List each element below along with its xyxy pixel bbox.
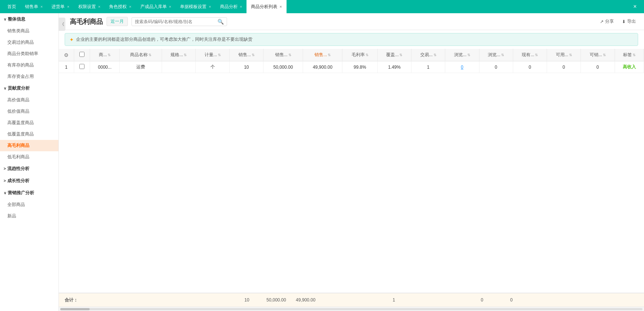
total-empty2 <box>115 297 144 303</box>
col-settings[interactable]: ⚙ <box>59 49 74 61</box>
views1-link-0[interactable]: 0 <box>461 65 464 70</box>
search-icon[interactable]: 🔍 <box>217 19 224 25</box>
col-available-stock[interactable]: 可用...⇅ <box>547 49 581 61</box>
close-template-settings[interactable]: × <box>209 4 211 9</box>
close-permission-settings[interactable]: × <box>98 4 100 9</box>
table-container: ⚙ 商...⇅ 商品名称⇅ 规格...⇅ 计量...⇅ 销售...⇅ 销售...… <box>59 49 644 293</box>
nav-purchase-order[interactable]: 进货单 × <box>47 0 73 13</box>
nav-home[interactable]: 首页 <box>3 0 21 13</box>
nav-role-auth[interactable]: 角色授权 × <box>105 0 136 13</box>
cell-cb-0[interactable] <box>74 61 90 73</box>
sidebar-group-overall[interactable]: ∨ 整体信息 <box>0 13 58 25</box>
main-layout: ∨ 整体信息 销售类商品 交易过的商品 商品分类助销率 有库存的商品 库存资金占… <box>0 13 644 311</box>
sidebar-collapse-button[interactable]: 《 <box>59 18 65 31</box>
sidebar-item-all-goods[interactable]: 全部商品 <box>0 199 58 210</box>
col-tag[interactable]: 标签⇅ <box>615 49 644 61</box>
sidebar-item-high-value[interactable]: 高价值商品 <box>0 94 58 106</box>
col-unit[interactable]: 计量...⇅ <box>195 49 229 61</box>
close-product-analysis-list[interactable]: × <box>280 4 282 9</box>
col-current-stock[interactable]: 现有...⇅ <box>513 49 547 61</box>
col-coverage[interactable]: 覆盖...⇅ <box>377 49 411 61</box>
cell-name-0: 运费 <box>119 61 162 73</box>
sidebar-group-contribution[interactable]: ∨ 贡献度分析 <box>0 82 58 94</box>
cell-spec-0 <box>162 61 195 73</box>
row-checkbox-0[interactable] <box>79 64 84 69</box>
page-title: 高毛利商品 <box>70 17 103 26</box>
export-button[interactable]: ⬇ 导出 <box>620 17 638 26</box>
close-product-analysis[interactable]: × <box>240 4 242 9</box>
sort-icon-tag: ⇅ <box>633 53 636 57</box>
col-sales-qty[interactable]: 销售...⇅ <box>230 49 263 61</box>
sidebar-item-low-coverage[interactable]: 低覆盖度商品 <box>0 129 58 140</box>
scrollbar-track <box>60 308 643 310</box>
share-button[interactable]: ↗ 分享 <box>598 17 616 26</box>
sidebar-item-category-rate[interactable]: 商品分类助销率 <box>0 48 58 59</box>
sidebar-group-growth[interactable]: > 成长性分析 <box>0 175 58 187</box>
scrollbar-thumb[interactable] <box>60 308 90 310</box>
horizontal-scrollbar[interactable] <box>59 307 644 311</box>
col-checkbox[interactable] <box>74 49 90 61</box>
sidebar-group-marketing[interactable]: ∨ 营销推广分析 <box>0 187 58 199</box>
search-input[interactable] <box>135 19 217 24</box>
sidebar-item-stock-capital[interactable]: 库存资金占用 <box>0 71 58 82</box>
cell-code-0: 0000... <box>90 61 119 73</box>
settings-icon[interactable]: ⚙ <box>64 52 69 58</box>
arrow-icon-contribution: ∨ <box>4 86 6 90</box>
col-gross-margin[interactable]: 毛利率⇅ <box>342 49 377 61</box>
sidebar-item-high-margin[interactable]: 高毛利商品 <box>0 140 58 151</box>
nav-permission-settings[interactable]: 权限设置 × <box>74 0 105 13</box>
total-available-stock: 0 <box>497 297 526 303</box>
col-transactions[interactable]: 交易...⇅ <box>411 49 445 61</box>
sort-icon-coverage: ⇅ <box>399 53 402 57</box>
total-empty5 <box>203 297 232 303</box>
content-header: 高毛利商品 近一月 🔍 ↗ 分享 ⬇ 导出 <box>59 13 644 30</box>
arrow-icon-marketing: ∨ <box>4 191 6 195</box>
sort-icon-sales-profit: ⇅ <box>328 53 331 57</box>
close-purchase-order[interactable]: × <box>67 4 69 9</box>
nav-product-storage[interactable]: 产成品入库单 × <box>136 0 176 13</box>
nav-product-analysis-list[interactable]: 商品分析列表 × <box>247 0 286 13</box>
total-sales-amount: 50,000.00 <box>262 297 291 303</box>
sort-icon-sales-amount: ⇅ <box>288 53 291 57</box>
tag-badge-0: 高收入 <box>623 64 636 69</box>
col-name[interactable]: 商品名称⇅ <box>119 49 162 61</box>
nav-product-analysis[interactable]: 商品分析 × <box>216 0 247 13</box>
warning-icon: ✦ <box>69 37 74 43</box>
col-spec[interactable]: 规格...⇅ <box>162 49 195 61</box>
sidebar-item-stock-goods[interactable]: 有库存的商品 <box>0 59 58 71</box>
col-sales-amount[interactable]: 销售...⇅ <box>263 49 303 61</box>
cell-no-0: 1 <box>59 61 74 73</box>
cell-current-stock-0: 0 <box>513 61 547 73</box>
period-button[interactable]: 近一月 <box>107 17 128 26</box>
sidebar-item-low-value[interactable]: 低价值商品 <box>0 106 58 117</box>
close-role-auth[interactable]: × <box>129 4 131 9</box>
footer-total: 合计： 10 50,000.00 49,900.00 1 0 0 <box>59 293 644 307</box>
cell-views1-0[interactable]: 0 <box>445 61 479 73</box>
sidebar-item-new-goods[interactable]: 新品 <box>0 210 58 222</box>
select-all-checkbox[interactable] <box>79 52 84 57</box>
cell-coverage-0: 1.49% <box>377 61 411 73</box>
total-values: 10 50,000.00 49,900.00 1 0 0 <box>85 297 526 303</box>
col-sales-profit[interactable]: 销售...⇅ <box>303 49 342 61</box>
col-views2[interactable]: 浏览...⇅ <box>479 49 513 61</box>
nav-template-settings[interactable]: 单据模板设置 × <box>176 0 215 13</box>
sidebar-group-trend[interactable]: > 流趋性分析 <box>0 163 58 175</box>
sort-icon-transactions: ⇅ <box>433 53 436 57</box>
sidebar-item-sales-goods[interactable]: 销售类商品 <box>0 25 58 37</box>
col-code[interactable]: 商...⇅ <box>90 49 119 61</box>
col-views1[interactable]: 浏览...⇅ <box>445 49 479 61</box>
sidebar-item-high-coverage[interactable]: 高覆盖度商品 <box>0 117 58 129</box>
sort-icon-available-stock: ⇅ <box>569 53 572 57</box>
col-saleable-stock[interactable]: 可销...⇅ <box>581 49 615 61</box>
sort-icon-gross-margin: ⇅ <box>366 53 368 57</box>
sort-icon-sales-qty: ⇅ <box>252 53 255 57</box>
sidebar-item-low-margin[interactable]: 低毛利商品 <box>0 151 58 163</box>
nav-sales-order[interactable]: 销售单 × <box>21 0 47 13</box>
sidebar-item-traded-goods[interactable]: 交易过的商品 <box>0 37 58 48</box>
close-sales-order[interactable]: × <box>40 4 43 9</box>
total-sales-qty: 10 <box>232 297 262 303</box>
close-product-storage[interactable]: × <box>169 4 171 9</box>
cell-gross-margin-0: 99.8% <box>342 61 377 73</box>
sort-icon-spec: ⇅ <box>184 53 187 57</box>
window-close-button[interactable]: × <box>629 3 641 10</box>
